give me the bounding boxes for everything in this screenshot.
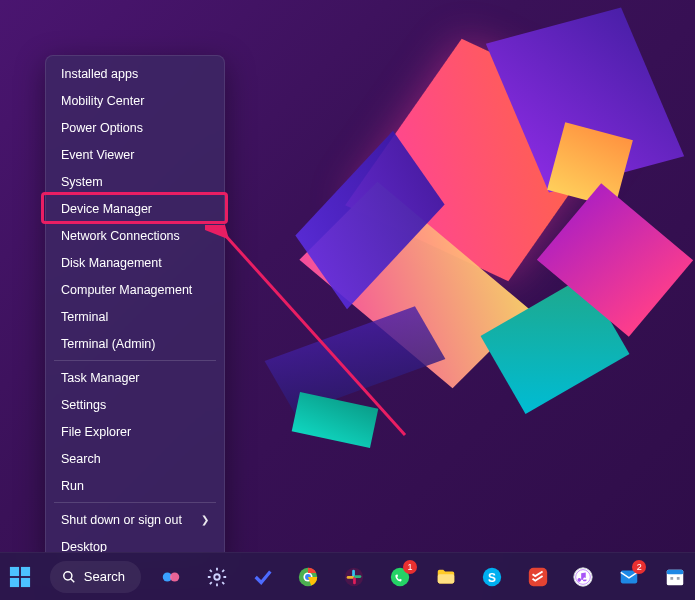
menu-terminal[interactable]: Terminal — [50, 303, 220, 330]
svg-rect-28 — [670, 577, 673, 580]
taskbar-whatsapp[interactable]: 1 — [380, 557, 420, 597]
svg-rect-3 — [10, 577, 19, 586]
badge-count: 2 — [632, 560, 646, 574]
search-label: Search — [84, 569, 125, 584]
menu-file-explorer[interactable]: File Explorer — [50, 418, 220, 445]
menu-network-connections[interactable]: Network Connections — [50, 222, 220, 249]
taskbar-file-explorer[interactable] — [426, 557, 466, 597]
svg-line-6 — [71, 578, 75, 582]
menu-separator — [54, 360, 216, 361]
svg-point-9 — [214, 574, 220, 580]
check-icon — [252, 566, 274, 588]
svg-rect-29 — [677, 577, 680, 580]
taskbar-copilot[interactable] — [151, 557, 191, 597]
menu-shutdown[interactable]: Shut down or sign out ❯ — [50, 506, 220, 533]
todoist-icon — [527, 566, 549, 588]
menu-computer-management[interactable]: Computer Management — [50, 276, 220, 303]
taskbar-slack[interactable] — [334, 557, 374, 597]
search-icon — [62, 570, 76, 584]
menu-disk-management[interactable]: Disk Management — [50, 249, 220, 276]
svg-rect-19 — [438, 574, 455, 583]
chevron-right-icon: ❯ — [201, 514, 209, 525]
svg-rect-15 — [347, 576, 354, 579]
windows-logo-icon — [9, 566, 31, 588]
svg-point-5 — [64, 571, 72, 579]
chrome-icon — [297, 566, 319, 588]
gear-icon — [206, 566, 228, 588]
menu-system[interactable]: System — [50, 168, 220, 195]
svg-rect-22 — [528, 567, 546, 585]
menu-terminal-admin[interactable]: Terminal (Admin) — [50, 330, 220, 357]
copilot-icon — [160, 566, 182, 588]
menu-power-options[interactable]: Power Options — [50, 114, 220, 141]
power-user-menu: Installed apps Mobility Center Power Opt… — [45, 55, 225, 565]
skype-icon: S — [481, 566, 503, 588]
svg-point-8 — [170, 572, 179, 581]
taskbar-settings[interactable] — [197, 557, 237, 597]
svg-rect-2 — [21, 566, 30, 575]
taskbar-todoist[interactable] — [518, 557, 558, 597]
start-button[interactable] — [0, 557, 40, 597]
itunes-icon — [572, 566, 594, 588]
folder-icon — [435, 566, 457, 588]
taskbar-itunes[interactable] — [564, 557, 604, 597]
taskbar-chrome[interactable] — [289, 557, 329, 597]
menu-task-manager[interactable]: Task Manager — [50, 364, 220, 391]
slack-icon — [343, 566, 365, 588]
menu-run[interactable]: Run — [50, 472, 220, 499]
menu-search[interactable]: Search — [50, 445, 220, 472]
menu-settings[interactable]: Settings — [50, 391, 220, 418]
menu-event-viewer[interactable]: Event Viewer — [50, 141, 220, 168]
calendar-icon — [664, 566, 686, 588]
taskbar-search[interactable]: Search — [50, 561, 141, 593]
menu-separator — [54, 502, 216, 503]
svg-rect-1 — [10, 566, 19, 575]
taskbar-mail[interactable]: 2 — [609, 557, 649, 597]
menu-installed-apps[interactable]: Installed apps — [50, 60, 220, 87]
svg-rect-16 — [353, 577, 356, 584]
taskbar: Search 1 S 2 — [0, 552, 695, 600]
svg-rect-4 — [21, 577, 30, 586]
svg-rect-27 — [667, 569, 684, 574]
taskbar-calendar[interactable] — [655, 557, 695, 597]
taskbar-todo[interactable] — [243, 557, 283, 597]
taskbar-skype[interactable]: S — [472, 557, 512, 597]
menu-mobility-center[interactable]: Mobility Center — [50, 87, 220, 114]
svg-text:S: S — [488, 570, 496, 584]
badge-count: 1 — [403, 560, 417, 574]
svg-rect-17 — [354, 575, 361, 578]
menu-device-manager[interactable]: Device Manager — [50, 195, 220, 222]
